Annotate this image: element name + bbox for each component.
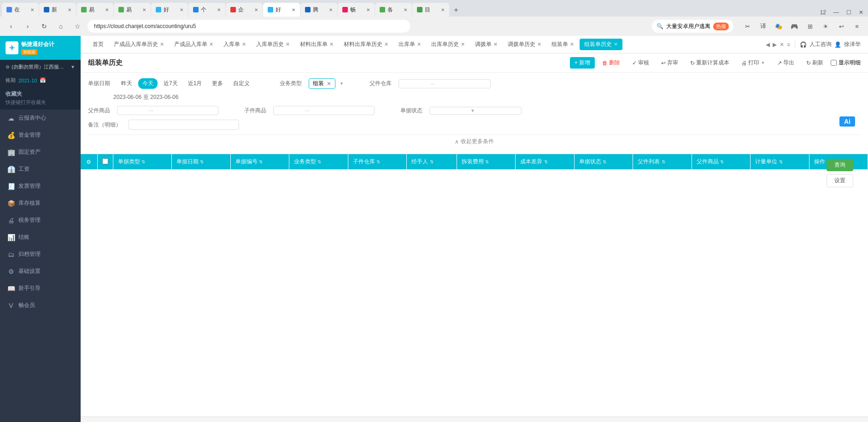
calendar-icon[interactable]: 📅 [40,77,46,83]
child-product-dots[interactable]: ··· [305,107,310,114]
col-bill-no[interactable]: 单据编号 ⇅ [230,154,289,169]
browser-tab-9[interactable]: 腾 ✕ [300,3,337,17]
date-btn-more[interactable]: 更多 [208,78,227,89]
emoji-icon[interactable]: 🎭 [772,20,785,33]
maximize-button[interactable]: ☐ [844,8,854,17]
sidebar-item-inventory[interactable]: 📦 库存核算 [0,195,81,212]
business-type-remove[interactable]: ✕ [327,81,331,87]
nav-tab-out-order[interactable]: 出库单✕ [394,39,426,50]
select-all-checkbox[interactable] [102,158,108,164]
collapse-button[interactable]: ∧ 收起更多条件 [88,134,861,148]
browser-tab-3[interactable]: 易 ✕ [76,3,113,17]
delete-button[interactable]: 🗑 删除 [598,57,625,69]
tab-close-12[interactable]: ✕ [441,7,445,12]
new-tab-button[interactable]: + [450,4,463,17]
tab-close-2[interactable]: ✕ [68,7,71,12]
right-arrow[interactable]: ▶ [773,41,777,48]
browser-tab-5[interactable]: 好 ✕ [151,3,188,17]
nav-tab-in-order-history[interactable]: 入库单历史✕ [252,39,294,50]
close-tab-6[interactable]: ✕ [384,41,388,47]
sidebar-item-fixed-assets[interactable]: 🏢 固定资产 [0,144,81,161]
browser-tab-4[interactable]: 易 ✕ [114,3,151,17]
new-button[interactable]: + 新增 [570,57,595,69]
tab-close-3[interactable]: ✕ [105,7,109,12]
sort-bill-no[interactable]: ⇅ [259,159,263,164]
sidebar-item-invoice[interactable]: 🧾 发票管理 [0,178,81,195]
bookmark-button[interactable]: ☆ [71,20,84,33]
sort-bill-type[interactable]: ⇅ [141,159,145,164]
search-box[interactable]: 🔍 大量安卓用户逃离 热搜 [652,20,733,33]
browser-tab-7[interactable]: 企 ✕ [226,3,263,17]
sidebar-item-settings[interactable]: ⚙ 基础设置 [0,263,81,280]
user-service[interactable]: 人工咨询 [809,40,832,48]
print-button[interactable]: 🖨 打印 ▼ [737,57,770,69]
settings-button[interactable]: 设置 [827,174,853,187]
sidebar-item-guide[interactable]: 📖 新手引导 [0,280,81,297]
tab-close-7[interactable]: ✕ [254,7,258,12]
col-bill-type[interactable]: 单据类型 ⇅ [113,154,172,169]
grid-icon[interactable]: ⊞ [803,20,816,33]
close-tab-5[interactable]: ✕ [329,41,334,47]
browser-tab-12[interactable]: 目 ✕ [412,3,449,17]
close-button[interactable]: ✕ [856,8,866,17]
col-handler[interactable]: 经手人 ⇅ [407,154,457,169]
abandon-button[interactable]: ↩ 弃审 [657,57,683,69]
nav-tab-in-order[interactable]: 入库单✕ [219,39,251,50]
sidebar-item-finance[interactable]: 💰 资金管理 [0,127,81,144]
brightness-icon[interactable]: ☀ [819,20,832,33]
nav-tab-home[interactable]: 首页 [88,39,108,50]
sidebar-item-cloud-reports[interactable]: ☁ 云报表中心 [0,110,81,127]
reload-button[interactable]: ↻ [38,20,51,33]
nav-tab-material-out-history[interactable]: 材料出库单历史✕ [339,39,393,50]
left-arrow[interactable]: ◀ [766,41,770,48]
nav-tab-out-order-history[interactable]: 出库单历史✕ [427,39,469,50]
close-tab-4[interactable]: ✕ [286,41,290,47]
game-icon[interactable]: 🎮 [788,20,801,33]
sort-cost-diff[interactable]: ⇅ [544,159,548,164]
col-biz-type[interactable]: 业务类型 ⇅ [289,154,348,169]
date-btn-custom[interactable]: 自定义 [229,78,254,89]
col-cost-diff[interactable]: 成本差异 ⇅ [516,154,575,169]
back-button[interactable]: ‹ [5,20,18,33]
col-unit[interactable]: 计量单位 ⇅ [751,154,809,169]
tab-close-9[interactable]: ✕ [329,7,333,12]
address-input[interactable] [88,20,410,33]
company-selector[interactable]: ⚙ (勿删勿禁用）江西服宝测试专用 ▼ [0,60,81,74]
sort-handler[interactable]: ⇅ [430,159,434,164]
nav-tab-assemble[interactable]: 组装单✕ [547,39,579,50]
col-parent-list[interactable]: 父件列表 ⇅ [633,154,692,169]
browser-tab-10[interactable]: 畅 ✕ [338,3,375,17]
sort-biz-type[interactable]: ⇅ [317,159,321,164]
sidebar-item-salary[interactable]: 👔 工资 [0,161,81,178]
close-tab-12[interactable]: ✕ [614,41,618,47]
browser-tab-1[interactable]: 在 ✕ [2,3,39,17]
col-parent-product[interactable]: 父件商品 ⇅ [692,154,751,169]
col-disassemble-fee[interactable]: 拆装费用 ⇅ [457,154,516,169]
minimize-button[interactable]: — [831,8,842,17]
child-product-select[interactable]: ··· [273,106,375,115]
undo-icon[interactable]: ↩ [835,20,848,33]
close-tab-8[interactable]: ✕ [461,41,465,47]
nav-tab-transfer-history[interactable]: 调拨单历史✕ [503,39,546,50]
home-button[interactable]: ⌂ [54,20,67,33]
username[interactable]: 徐泽华 [844,40,861,48]
tab-close-8[interactable]: ✕ [292,7,295,12]
col-bill-status[interactable]: 单据状态 ⇅ [574,154,633,169]
nav-tab-assemble-history[interactable]: 组装单历史✕ [580,39,622,50]
date-btn-yesterday[interactable]: 昨天 [117,78,136,89]
browser-tab-8[interactable]: 好 ✕ [263,3,300,17]
export-button[interactable]: ↗ 导出 [773,57,799,69]
translate-icon[interactable]: 译 [757,20,769,33]
nav-tab-material-out[interactable]: 材料出库单✕ [295,39,338,50]
nav-tab-transfer[interactable]: 调拨单✕ [470,39,502,50]
parent-product-select[interactable]: ··· [117,106,218,115]
col-gear[interactable]: ⚙ [81,154,97,169]
tab-close-11[interactable]: ✕ [404,7,407,12]
parent-warehouse-dots[interactable]: ··· [430,81,435,87]
sidebar-item-archive[interactable]: 🗂 归档管理 [0,246,81,263]
tab-close-10[interactable]: ✕ [366,7,370,12]
browser-tab-2[interactable]: 新 ✕ [39,3,76,17]
more-icon[interactable]: ≡ [787,41,790,48]
sidebar-item-tax[interactable]: 🖨 税务管理 [0,212,81,229]
tab-close-5[interactable]: ✕ [180,7,183,12]
